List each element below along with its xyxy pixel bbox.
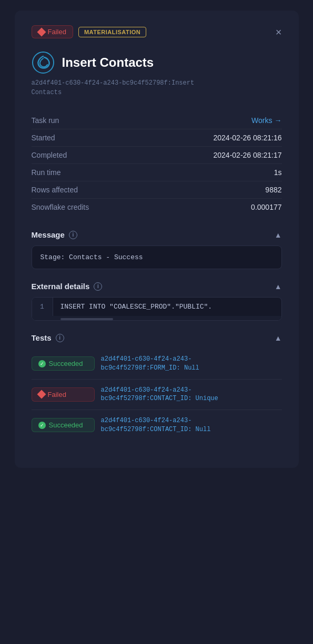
message-section: Message i ▲ Stage: Contacts - Success	[32, 230, 282, 269]
status-badge: ✓ Succeeded	[32, 418, 95, 432]
test-status-label: Succeeded	[49, 360, 83, 367]
rows-affected-label: Rows affected	[32, 181, 157, 199]
code-content: INSERT INTO "COALESCE_PROD"."PUBLIC".	[53, 298, 220, 316]
table-row: Snowflake credits 0.000177	[32, 199, 282, 216]
message-info-icon: i	[69, 231, 77, 239]
materialisation-badge: MATERIALISATION	[78, 27, 146, 37]
message-box: Stage: Contacts - Success	[32, 246, 282, 269]
test-status-label: Succeeded	[49, 421, 83, 429]
arrow-icon: →	[275, 116, 282, 125]
failed-label: Failed	[48, 28, 66, 36]
status-badge-failed: Failed	[32, 25, 73, 38]
message-content: Stage: Contacts - Success	[41, 253, 143, 261]
tests-section-header[interactable]: Tests i ▲	[32, 333, 282, 342]
test-id: a2d4f401-c630-4f24-a243-bc9c4f52798f:CON…	[101, 386, 218, 404]
message-section-header[interactable]: Message i ▲	[32, 230, 282, 239]
status-badge: Failed	[32, 387, 95, 402]
tests-title: Tests	[32, 333, 52, 342]
test-item: ✓ Succeeded a2d4f401-c630-4f24-a243-bc9c…	[32, 410, 282, 441]
table-row: Completed 2024-02-26 08:21:17	[32, 147, 282, 164]
external-info-icon: i	[94, 282, 102, 291]
task-run-label: Task run	[32, 112, 157, 129]
external-title: External details	[32, 282, 90, 291]
tests-info-icon: i	[56, 334, 64, 342]
works-text: Works	[251, 116, 272, 125]
external-section-header[interactable]: External details i ▲	[32, 282, 282, 291]
line-number: 1	[32, 298, 53, 316]
header-bar: Failed MATERIALISATION ×	[32, 25, 282, 38]
rows-affected-value: 9882	[157, 181, 282, 199]
external-chevron-icon: ▲	[275, 282, 282, 291]
check-icon: ✓	[38, 422, 46, 429]
run-id: a2d4f401-c630-4f24-a243-bc9c4f52798f:Ins…	[32, 78, 282, 97]
code-block: 1 INSERT INTO "COALESCE_PROD"."PUBLIC".	[32, 297, 282, 321]
check-icon: ✓	[38, 360, 46, 367]
status-badge: ✓ Succeeded	[32, 356, 95, 371]
external-details-section: External details i ▲ 1 INSERT INTO "COAL…	[32, 282, 282, 321]
fail-diamond-icon	[37, 390, 46, 399]
tests-chevron-icon: ▲	[275, 334, 282, 342]
snowflake-label: Snowflake credits	[32, 199, 157, 216]
table-row: Started 2024-02-26 08:21:16	[32, 129, 282, 147]
svg-point-0	[33, 52, 54, 73]
main-modal: Failed MATERIALISATION × Insert Contacts…	[15, 11, 299, 468]
title-section: Insert Contacts	[32, 51, 282, 74]
completed-value: 2024-02-26 08:21:17	[157, 147, 282, 164]
test-id: a2d4f401-c630-4f24-a243-bc9c4f52798f:FOR…	[101, 355, 199, 373]
started-label: Started	[32, 129, 157, 147]
table-row: Task run Works →	[32, 112, 282, 129]
table-row: Rows affected 9882	[32, 181, 282, 199]
works-link[interactable]: Works →	[251, 116, 281, 125]
run-time-label: Run time	[32, 164, 157, 181]
scrollbar-thumb[interactable]	[60, 318, 113, 320]
started-value: 2024-02-26 08:21:16	[157, 129, 282, 147]
test-item: Failed a2d4f401-c630-4f24-a243-bc9c4f527…	[32, 380, 282, 411]
test-id: a2d4f401-c630-4f24-a243-bc9c4f52798f:CON…	[101, 416, 211, 434]
run-time-value: 1s	[157, 164, 282, 181]
completed-label: Completed	[32, 147, 157, 164]
failed-diamond-icon	[37, 27, 46, 36]
scrollbar-track	[32, 316, 281, 320]
message-title: Message	[32, 230, 65, 239]
test-status-label: Failed	[48, 391, 66, 398]
close-button[interactable]: ×	[276, 27, 282, 37]
message-chevron-icon: ▲	[275, 231, 282, 239]
app-icon	[32, 51, 55, 74]
page-title: Insert Contacts	[62, 55, 154, 70]
snowflake-value: 0.000177	[157, 199, 282, 216]
code-line-1: 1 INSERT INTO "COALESCE_PROD"."PUBLIC".	[32, 298, 281, 316]
table-row: Run time 1s	[32, 164, 282, 181]
test-item: ✓ Succeeded a2d4f401-c630-4f24-a243-bc9c…	[32, 349, 282, 380]
tests-section: Tests i ▲ ✓ Succeeded a2d4f401-c630-4f24…	[32, 333, 282, 441]
info-table: Task run Works → Started 2024-02-26 08:2…	[32, 112, 282, 216]
